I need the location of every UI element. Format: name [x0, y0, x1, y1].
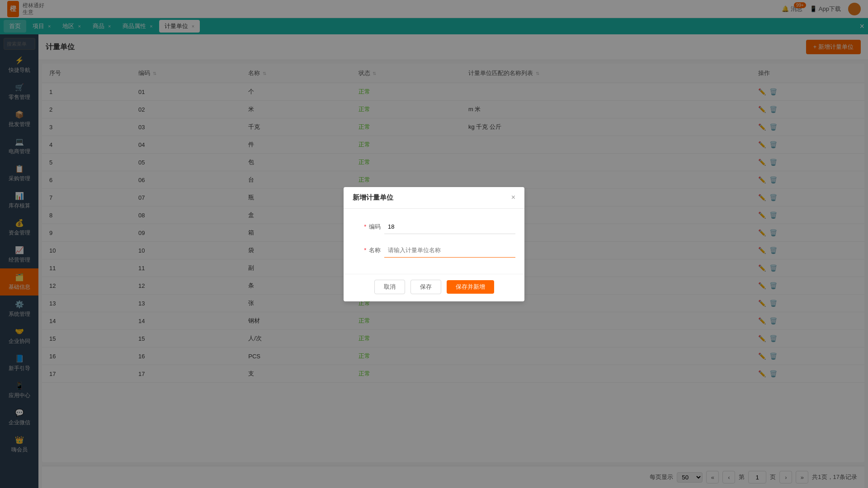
code-input[interactable] — [384, 220, 515, 234]
name-form-row: * 名称 — [353, 243, 515, 258]
code-form-row: * 编码 — [353, 220, 515, 234]
code-label-text: 编码 — [369, 223, 381, 230]
modal-overlay[interactable]: 新增计量单位 × * 编码 * 名称 取消 保存 保存并新增 — [0, 0, 868, 488]
code-label: * 编码 — [353, 223, 384, 231]
name-input[interactable] — [384, 243, 515, 258]
cancel-button[interactable]: 取消 — [374, 280, 405, 294]
name-required-star: * — [364, 247, 366, 253]
name-label-text: 名称 — [369, 247, 381, 253]
name-label: * 名称 — [353, 246, 384, 254]
save-button[interactable]: 保存 — [410, 280, 441, 294]
dialog-body: * 编码 * 名称 — [344, 209, 524, 274]
save-and-new-button[interactable]: 保存并新增 — [447, 280, 494, 294]
code-required-star: * — [364, 223, 366, 230]
dialog-footer: 取消 保存 保存并新增 — [344, 274, 524, 301]
dialog-close-button[interactable]: × — [511, 193, 515, 202]
add-unit-dialog: 新增计量单位 × * 编码 * 名称 取消 保存 保存并新增 — [344, 187, 524, 301]
dialog-title: 新增计量单位 — [353, 193, 393, 202]
dialog-header: 新增计量单位 × — [344, 187, 524, 209]
